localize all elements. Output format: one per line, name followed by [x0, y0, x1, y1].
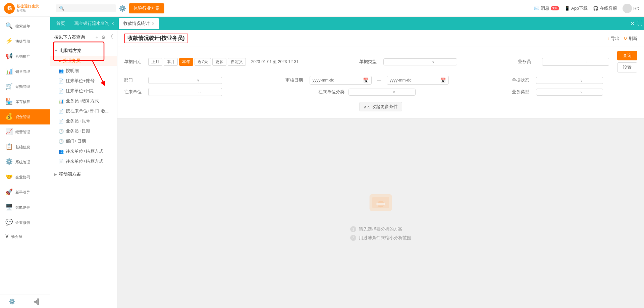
export-btn[interactable]: ↑ 导出 [607, 36, 620, 42]
settings-bottom-icon[interactable]: ⚙️ [9, 298, 15, 305]
sidebar-item-label: 搜索菜单 [15, 24, 30, 29]
calendar-start-icon[interactable]: 📅 [363, 78, 369, 83]
sidebar-item-corp[interactable]: 🤝 企业协同 [0, 170, 50, 185]
scheme-item-dept-date[interactable]: 🕐 部门+日期 [50, 136, 117, 146]
scheme-item-salesperson-settlement[interactable]: 📊 业务员+结算方式 [50, 96, 117, 106]
member-icon: V [5, 234, 8, 239]
department-select[interactable]: ∨ [148, 77, 222, 84]
scheme-group-mobile-header[interactable]: ▶ 移动端方案 [50, 169, 117, 179]
date-btn-this-month[interactable]: 本月 [164, 58, 178, 66]
messages-btn[interactable]: ✉️ 消息 99+ [534, 5, 559, 11]
scheme-item-partner-settlement1[interactable]: 👥 往来单位+结算方式 [50, 146, 117, 156]
collapse-more-btn[interactable]: ∧∧ 收起更多条件 [359, 102, 402, 111]
add-scheme-icon[interactable]: ＋ [95, 34, 99, 40]
sidebar-item-sales[interactable]: 📊 销售管理 [0, 64, 50, 79]
date-btn-custom[interactable]: 自定义 [228, 58, 246, 66]
sidebar-item-label: 企业微信 [15, 220, 30, 225]
salesperson-more-icon[interactable]: ··· [586, 59, 606, 64]
status-arrow: ∨ [580, 79, 600, 82]
sidebar-item-member[interactable]: V 畅会员 [0, 230, 50, 243]
scheme-item-icon: 🕐 [58, 129, 64, 134]
tab-home[interactable]: 首页 [52, 18, 70, 29]
tab-bar: 首页 现金银行流水查询 × 收款情况统计 × ✕ ⛶ [50, 17, 644, 30]
sidebar-item-guide[interactable]: 🚀 新手引导 [0, 185, 50, 200]
type-select[interactable]: ∨ [383, 58, 457, 65]
topbar-search[interactable]: 🔍 [56, 4, 116, 12]
sidebar-item-inventory[interactable]: 🏪 库存核算 [0, 94, 50, 109]
status-select[interactable]: ∨ [536, 77, 603, 84]
business-type-select[interactable]: ∨ [536, 89, 603, 96]
date-btn-this-year[interactable]: 本年 [179, 58, 193, 66]
date-btn-7days[interactable]: 近7天 [195, 58, 211, 66]
tab-collection-label: 收款情况统计 [123, 20, 150, 27]
empty-illustration [364, 186, 397, 219]
business-type-label: 业务类型 [512, 89, 532, 95]
scheme-item-salesperson-account[interactable]: 📄 业务员+账号 [50, 116, 117, 126]
page-actions: ↑ 导出 ↻ 刷新 [607, 36, 638, 42]
scheme-item-partner-account[interactable]: 📄 往来单位+账号 [50, 76, 117, 86]
page-header: 收款情况统计(按业务员) ↑ 导出 ↻ 刷新 [117, 30, 644, 47]
sidebar-item-hardware[interactable]: 🖥️ 智能硬件 [0, 200, 50, 215]
sidebar-item-search[interactable]: 🔍 搜索菜单 [0, 19, 50, 34]
sidebar-item-purchase[interactable]: 🛒 采购管理 [0, 79, 50, 94]
settings-scheme-icon[interactable]: ⚙ [101, 35, 106, 40]
query-button[interactable]: 查询 [617, 51, 637, 60]
scheme-group-desktop-header[interactable]: ▼ 电脑端方案 [50, 46, 117, 56]
date-label: 单据日期 [124, 59, 144, 65]
online-service-btn[interactable]: 🎧 在线客服 [593, 5, 617, 11]
calendar-end-icon[interactable]: 📅 [440, 78, 446, 83]
maximize-window-btn[interactable]: ⛶ [637, 20, 643, 27]
scheme-item-partner-date[interactable]: 📄 往来单位+日期 [50, 86, 117, 96]
topbar-settings-icon[interactable]: ⚙️ [119, 5, 126, 12]
tab-bank[interactable]: 现金银行流水查询 × [70, 18, 119, 29]
review-date-end-input[interactable] [390, 78, 440, 83]
app-download-btn[interactable]: 📱 App下载 [565, 5, 588, 11]
tab-collection[interactable]: 收款情况统计 × [119, 18, 159, 29]
scheme-item-partner-settlement2[interactable]: 📄 往来单位+结算方式 [50, 156, 117, 166]
review-date-start-input[interactable] [313, 78, 363, 83]
sidebar-item-wechat[interactable]: 💬 企业微信 [0, 215, 50, 230]
settings-button[interactable]: 设置 [617, 62, 637, 72]
sidebar-item-operation[interactable]: 📈 经营管理 [0, 124, 50, 140]
scheme-item-label: 业务员+日期 [66, 128, 90, 134]
sidebar-item-label: 基础信息 [15, 145, 30, 150]
sidebar-item-system[interactable]: ⚙️ 系统管理 [0, 155, 50, 170]
review-date-start[interactable]: 📅 [310, 76, 372, 85]
scheme-item-icon: 👥 [58, 68, 64, 73]
refresh-btn[interactable]: ↻ 刷新 [624, 36, 637, 42]
date-btn-more[interactable]: 更多 [212, 58, 226, 66]
trial-btn[interactable]: 体验行业方案 [129, 3, 164, 13]
sidebar-item-finance[interactable]: 💰 资金管理 [0, 109, 50, 124]
filter-row-2: 部门 ∨ 审核日期 📅 — 📅 [124, 76, 637, 85]
review-date-end[interactable]: 📅 [387, 76, 449, 85]
sidebar-item-basic[interactable]: 📋 基础信息 [0, 140, 50, 155]
logo-icon: 畅 [4, 3, 15, 14]
tab-bank-close[interactable]: × [111, 21, 114, 26]
scheme-item-icon: 📄 [58, 119, 64, 124]
sidebar-item-marketing[interactable]: 📢 营销推广 [0, 49, 50, 64]
scheme-item-icon: 🕐 [58, 139, 64, 144]
tab-collection-close[interactable]: × [152, 21, 154, 26]
scheme-item-salesperson-date[interactable]: 🕐 业务员+日期 [50, 126, 117, 136]
operation-icon: 📈 [5, 128, 13, 135]
scheme-item-icon: 📄 [58, 79, 64, 84]
sidebar-item-shortcut[interactable]: ⚡ 快捷导航 [0, 34, 50, 49]
counterparty-category-select[interactable]: ∨ [348, 89, 416, 96]
date-btn-last-month[interactable]: 上月 [148, 58, 162, 66]
date-range-display: 2023-01-01 至 2023-12-31 [251, 59, 299, 65]
sidebar: 畅 畅捷通好生意 标准版 🔍 搜索菜单 ⚡ 快捷导航 📢 营销推广 📊 销售管理… [0, 0, 50, 308]
scheme-item-by-detail[interactable]: 👥 按明细 [50, 66, 117, 76]
collapse-sidebar-icon[interactable]: ◀▌ [33, 298, 41, 305]
collapse-scheme-icon[interactable]: 《 [108, 34, 113, 41]
counterparty-more-icon[interactable]: ··· [197, 90, 219, 94]
search-icon: 🔍 [5, 22, 13, 30]
scheme-item-partner-dept-recv[interactable]: 📄 按往来单位+部门+收... [50, 106, 117, 116]
tip-num-1: 1 [350, 226, 356, 232]
basic-icon: 📋 [5, 143, 13, 150]
sidebar-item-label: 系统管理 [15, 160, 30, 165]
close-window-btn[interactable]: ✕ [630, 20, 635, 27]
user-area[interactable]: Rit [623, 4, 639, 13]
salesperson-select[interactable]: ··· [542, 58, 609, 66]
counterparty-select[interactable]: ··· [148, 88, 222, 96]
scheme-item-by-salesperson[interactable]: ● 按业务员 [50, 56, 117, 66]
